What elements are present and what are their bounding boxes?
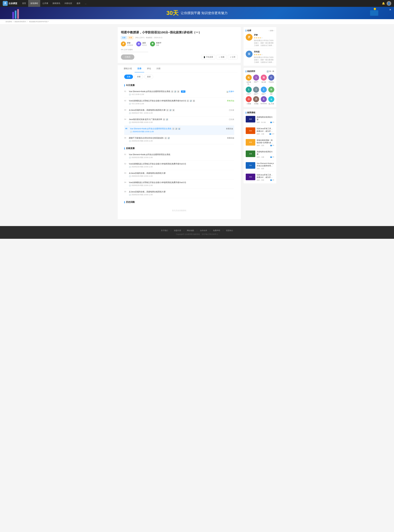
breadcrumb-series[interactable]: 新媒体营销系列 — [15, 21, 26, 23]
item-name-5[interactable]: Vue Element+Node.js开发企业通用管理后台系统 — [130, 128, 171, 130]
edit-icon-5[interactable]: ✏ — [172, 128, 174, 130]
rec-title-5: Vue Element+Node.js开发企业通用管理后台系统 — [257, 162, 274, 167]
logo-icon — [3, 1, 8, 6]
item-status-5[interactable]: 查看回放 — [226, 128, 233, 130]
item-status-6[interactable]: 查看回放 — [227, 137, 234, 139]
link-icon-4[interactable]: 🔗 — [166, 118, 168, 120]
live-item-5-row: 05 Vue Element+Node.js开发企业通用管理后台系统 ✏ 🔗 ▶… — [125, 128, 233, 133]
link-icon[interactable]: 🔗 — [174, 90, 176, 93]
link-icon-5[interactable]: 🔗 — [175, 128, 177, 130]
collect-button[interactable]: ☆ 收藏 — [217, 55, 226, 59]
classmates-title-text: 你的同学 — [247, 70, 255, 73]
nav-home[interactable]: 首页 — [20, 0, 28, 7]
link-icon-3[interactable]: 🔗 — [169, 109, 171, 111]
footer-link-disclaimer[interactable]: 免费声明 — [213, 229, 220, 232]
breadcrumb: 发现课程 / 新媒体营销系列 / 销冠修炼术找准80%约客户 — [0, 19, 394, 24]
classmate-4-name: Charles — [269, 81, 274, 83]
tab-intro[interactable]: 课程介绍 — [121, 65, 135, 72]
play-icon-5[interactable]: ▶ — [178, 128, 181, 130]
share-button[interactable]: ↗ 分享 — [228, 55, 238, 59]
tab-catalog[interactable]: 目录 — [135, 65, 144, 72]
footer-link-agent[interactable]: 加盟代理 — [174, 229, 181, 232]
rec-course-2[interactable]: Java 玩转Java开发工具，精通JUC，成为开发多面手 讲师：王峰 👥 12… — [246, 127, 274, 137]
navigation: 云朵课堂 首页 发现课程 公开课 新闻资讯 问答社区 题库 ... 🔔 👤 — [0, 0, 394, 7]
download-icon[interactable]: ⬇ — [177, 90, 179, 93]
footer-link-partner[interactable]: 合作伙伴 — [200, 229, 207, 232]
edit-icon-4[interactable]: ✏ — [163, 118, 165, 120]
classmates-refresh[interactable]: 🔄 换一换 — [267, 70, 274, 73]
banner-deco-left — [11, 8, 22, 19]
future-item-2-row: 02 Vue全家桶实战 从零独立开发企业级小米电商系统(免费升级Vue3.0) … — [124, 163, 234, 168]
classmate-7-name: 1867** — [261, 93, 266, 95]
clock-icon-4: 🕐 — [129, 121, 131, 123]
teachers-nav-prev[interactable]: ‹ — [269, 30, 269, 31]
link-icon-2[interactable]: 🔗 — [190, 100, 192, 102]
future-live-header: 后续直播 — [124, 147, 234, 150]
nav-qa[interactable]: 问答社区 — [62, 0, 74, 7]
nav-more[interactable]: ... — [83, 0, 89, 7]
recommended-card: 推荐课程 电商 高级电商全线系统大课 讲师：张小锋 👥 34 Java — [244, 109, 276, 183]
history-empty: 暂无历史回顾课程 — [124, 205, 234, 216]
rec-meta-2: 讲师：王峰 👥 123 — [257, 133, 274, 135]
edit-icon-3[interactable]: ✏ — [166, 109, 169, 111]
user-avatar[interactable]: 👤 — [387, 1, 391, 6]
edit-icon-2[interactable]: ✏ — [187, 100, 189, 102]
classmate-4: C Charles — [268, 75, 274, 85]
rec-course-3[interactable]: 前端 前端全栈加强版！前端全栈+全周期+多维应用 讲师：岱田 👥 56 — [246, 139, 274, 149]
rec-course-1[interactable]: 电商 高级电商全线系统大课 讲师：张小锋 👥 34 — [246, 116, 274, 125]
live-item-4-row: 04 Java项目面试实操 提升大厂面试成功率 ✏ 🔗 🕐 2020/02/26… — [124, 118, 234, 124]
link-icon-6[interactable]: 🔗 — [168, 137, 170, 139]
footer-link-about[interactable]: 关于我们 — [161, 229, 168, 232]
download-icon-2[interactable]: ⬇ — [193, 100, 195, 102]
subtab-live[interactable]: 直播 — [124, 75, 133, 79]
nav-discover[interactable]: 发现课程 — [28, 0, 40, 7]
footer-link-sitemap[interactable]: 网站地图 — [187, 229, 194, 232]
nav-news[interactable]: 新闻资讯 — [50, 0, 62, 7]
future-num-3: 03 — [124, 172, 128, 174]
download-icon-3[interactable]: ⬇ — [172, 109, 175, 111]
classmate-5-avatar: 1 — [246, 87, 252, 93]
item-num-2: 02 — [124, 100, 128, 102]
edit-icon[interactable]: ✏ — [171, 90, 173, 93]
rec-info-2: 玩转Java开发工具，精通JUC，成为开发多面手 讲师：王峰 👥 123 — [257, 127, 274, 135]
notification-bell-icon[interactable]: 🔔 — [382, 2, 385, 5]
classmate-7-avatar: 1 — [261, 87, 267, 93]
future-time-5: 🕐 2020/02/26 周四 10:00-11:00 — [129, 194, 234, 196]
teacher-3-avatar: 青 — [150, 42, 155, 46]
future-live-title: 后续直播 — [126, 147, 135, 150]
rec-course-4[interactable]: 全栈 高级电商全线系统大课 讲师：冷峰 👥 46 — [246, 151, 274, 160]
subtab-offline[interactable]: 面授 — [145, 75, 153, 79]
teachers-nav-next[interactable]: › — [274, 30, 274, 31]
classmates-grid: 化 化学教书... 1 1567** 张 张小田 C Charles 1 1 — [246, 75, 274, 105]
recommended-card-title: 推荐课程 — [246, 111, 274, 114]
banner-close-icon[interactable]: ✕ — [389, 8, 391, 11]
footer-link-recruit[interactable]: 招贤纳士 — [226, 229, 233, 232]
edit-icon-6[interactable]: ✏ — [165, 137, 167, 139]
rec-course-6[interactable]: Java 玩转Java开发工具，精通JUC，成为开发多面手 讲师：岱田 👥 46 — [246, 174, 274, 181]
teacher-card-2-avatar: 宋 — [246, 51, 253, 57]
teacher-2-name: 凌荷 — [142, 42, 147, 44]
svg-rect-4 — [370, 10, 378, 16]
rec-course-5[interactable]: Vue Vue Element+Node.js开发企业通用管理后台系统 讲师：张… — [246, 162, 274, 172]
nav-right: 🔔 👤 — [382, 1, 391, 6]
tab-qa[interactable]: 问答 — [154, 65, 163, 72]
subtab-record[interactable]: 录播 — [134, 75, 143, 79]
mobile-watch-button[interactable]: 📱 手机观看 — [201, 55, 215, 59]
future-item-5-row: 05 从Java后端到全栈，高级电商全栈系统大课 🕐 2020/02/26 周四… — [124, 191, 234, 196]
item-num-4: 04 — [124, 118, 128, 120]
future-time-4: 🕐 2020/02/26 周四 10:00-11:00 — [129, 184, 234, 187]
course-header-card: 明星中教授课，小学阶段语法100分–强化级第1讲动词（一） 直播 录播 246人… — [118, 27, 241, 63]
breadcrumb-discover[interactable]: 发现课程 — [5, 21, 12, 23]
tab-review[interactable]: 评论 — [144, 65, 154, 72]
svg-rect-2 — [15, 10, 16, 19]
svg-rect-1 — [12, 12, 14, 19]
classmate-11: S Summers — [260, 96, 267, 105]
teacher-card-1-name: 罗静 — [254, 34, 274, 36]
site-logo[interactable]: 云朵课堂 — [3, 1, 17, 6]
banner-highlight: 30天 — [166, 9, 179, 17]
teacher-2-role: 班主任 — [142, 44, 147, 46]
nav-open[interactable]: 公开课 — [40, 0, 50, 7]
item-status-3: 已结束 — [229, 109, 234, 111]
nav-exam[interactable]: 题库 — [74, 0, 83, 7]
teacher-card-2-name: 宋利坚 — [254, 51, 274, 53]
